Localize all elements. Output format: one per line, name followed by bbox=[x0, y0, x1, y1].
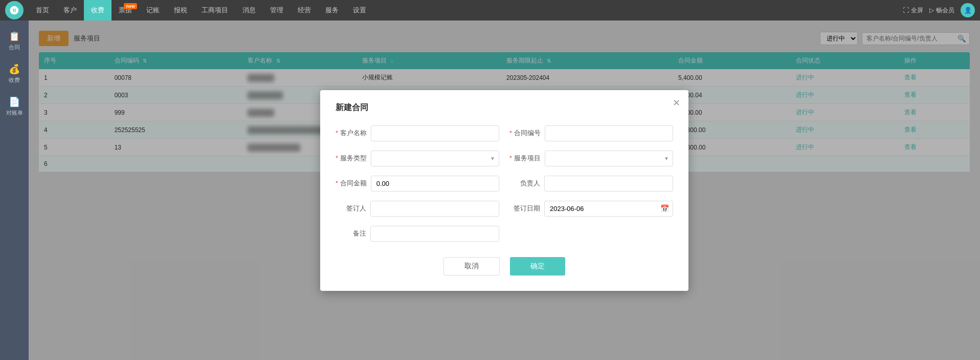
responsible-person-input[interactable] bbox=[544, 176, 673, 192]
modal-overlay: 新建合同 ✕ 客户名称 合同编号 服务类型 bbox=[29, 20, 980, 360]
sidebar: 📋 合同 💰 收费 📄 对账单 bbox=[0, 20, 29, 360]
modal-title: 新建合同 bbox=[336, 102, 673, 113]
new-contract-modal: 新建合同 ✕ 客户名称 合同编号 服务类型 bbox=[320, 90, 688, 291]
nav-tax[interactable]: 报税 bbox=[167, 0, 194, 20]
service-type-select-wrap: ▼ bbox=[371, 151, 499, 166]
nav-manage[interactable]: 管理 bbox=[263, 0, 291, 20]
contract-amount-input[interactable] bbox=[371, 176, 499, 192]
field-contract-amount: 合同金额 bbox=[336, 176, 499, 192]
nav-accounting[interactable]: 记账 bbox=[139, 0, 167, 20]
new-badge: new bbox=[124, 3, 137, 9]
field-service-item: 服务项目 ▼ bbox=[509, 151, 673, 166]
responsible-person-label: 负责人 bbox=[509, 179, 540, 188]
contract-no-input[interactable] bbox=[545, 125, 673, 141]
nav-operation[interactable]: 经营 bbox=[291, 0, 318, 20]
fullscreen-btn[interactable]: ⛶ 全屏 bbox=[903, 6, 923, 15]
contract-amount-label: 合同金额 bbox=[336, 179, 367, 188]
nav-settings[interactable]: 设置 bbox=[346, 0, 373, 20]
field-contract-no: 合同编号 bbox=[509, 125, 673, 141]
modal-footer: 取消 确定 bbox=[336, 257, 673, 276]
sign-date-wrap: 📅 bbox=[544, 201, 673, 217]
form-row-5: 备注 bbox=[336, 226, 673, 242]
member-btn[interactable]: ▷ 畅会员 bbox=[929, 6, 954, 15]
contract-icon: 📋 bbox=[9, 31, 20, 42]
contract-no-label: 合同编号 bbox=[509, 129, 541, 138]
nav-right-area: ⛶ 全屏 ▷ 畅会员 👤 bbox=[903, 3, 975, 17]
nav-customer[interactable]: 客户 bbox=[56, 0, 84, 20]
form-row-2: 服务类型 ▼ 服务项目 ▼ bbox=[336, 151, 673, 166]
service-item-select[interactable] bbox=[545, 151, 673, 166]
avatar[interactable]: 👤 bbox=[961, 3, 975, 17]
fullscreen-icon: ⛶ bbox=[903, 7, 909, 14]
form-row-1: 客户名称 合同编号 bbox=[336, 125, 673, 141]
nav-message[interactable]: 消息 bbox=[235, 0, 263, 20]
customer-name-input[interactable] bbox=[371, 125, 499, 141]
top-navigation: 首页 客户 收费 票据 new 记账 报税 工商项目 消息 管理 经营 服务 设… bbox=[0, 0, 980, 20]
sign-date-label: 签订日期 bbox=[509, 204, 540, 213]
nav-invoice[interactable]: 票据 new bbox=[112, 0, 139, 20]
play-icon: ▷ bbox=[929, 7, 934, 14]
sidebar-item-fee[interactable]: 💰 收费 bbox=[0, 58, 29, 89]
field-sign-date: 签订日期 📅 bbox=[509, 201, 673, 217]
calendar-icon[interactable]: 📅 bbox=[660, 204, 669, 213]
customer-name-label: 客户名称 bbox=[336, 129, 367, 138]
sidebar-item-contract[interactable]: 📋 合同 bbox=[0, 26, 29, 56]
nav-business[interactable]: 工商项目 bbox=[194, 0, 235, 20]
avatar-icon: 👤 bbox=[964, 7, 972, 14]
service-type-select[interactable] bbox=[371, 151, 499, 166]
remark-input[interactable] bbox=[370, 226, 499, 242]
content-area: 新增 服务项目 进行中 已完成 全部 🔍 序号 合 bbox=[29, 20, 980, 360]
form-row-3: 合同金额 负责人 bbox=[336, 176, 673, 192]
field-signatory: 签订人 bbox=[336, 201, 499, 217]
fee-icon: 💰 bbox=[9, 63, 20, 75]
statement-icon: 📄 bbox=[9, 96, 20, 108]
service-item-select-wrap: ▼ bbox=[545, 151, 673, 166]
nav-fee[interactable]: 收费 bbox=[84, 0, 112, 20]
nav-home[interactable]: 首页 bbox=[29, 0, 56, 20]
form-row-4: 签订人 签订日期 📅 bbox=[336, 201, 673, 217]
remark-label: 备注 bbox=[336, 229, 366, 238]
field-customer-name: 客户名称 bbox=[336, 125, 499, 141]
nav-service[interactable]: 服务 bbox=[318, 0, 346, 20]
service-item-label: 服务项目 bbox=[509, 154, 541, 163]
service-type-label: 服务类型 bbox=[336, 154, 367, 163]
field-responsible-person: 负责人 bbox=[509, 176, 673, 192]
confirm-button[interactable]: 确定 bbox=[510, 257, 565, 276]
field-remark: 备注 bbox=[336, 226, 499, 242]
modal-close-button[interactable]: ✕ bbox=[673, 97, 680, 109]
field-service-type: 服务类型 ▼ bbox=[336, 151, 499, 166]
app-logo bbox=[5, 1, 24, 19]
signatory-input[interactable] bbox=[370, 201, 499, 217]
cancel-button[interactable]: 取消 bbox=[443, 257, 500, 276]
sidebar-item-statement[interactable]: 📄 对账单 bbox=[0, 91, 29, 122]
sign-date-input[interactable] bbox=[544, 201, 673, 217]
main-layout: 📋 合同 💰 收费 📄 对账单 新增 服务项目 进行中 已完成 全部 bbox=[0, 20, 980, 360]
signatory-label: 签订人 bbox=[336, 204, 366, 213]
